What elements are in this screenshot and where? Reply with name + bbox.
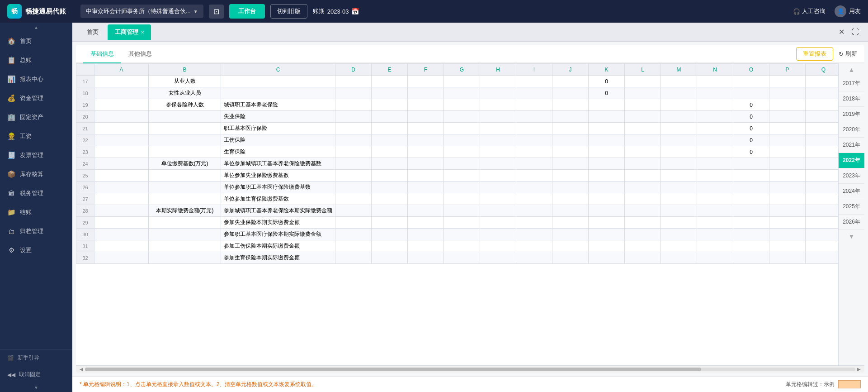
cell-p[interactable]: [769, 158, 806, 170]
cell-g[interactable]: [444, 170, 480, 182]
cell-f[interactable]: [408, 252, 444, 264]
sidebar-item-salary[interactable]: 👷 工资: [0, 127, 72, 146]
user-area[interactable]: 👤 用友: [835, 5, 861, 17]
cell-n[interactable]: [697, 193, 733, 205]
cell-n[interactable]: [697, 146, 733, 158]
cell-g[interactable]: [444, 252, 480, 264]
cell-i[interactable]: [516, 193, 552, 205]
cell-l[interactable]: [625, 229, 661, 240]
cell-a[interactable]: [94, 217, 149, 229]
cell-d[interactable]: [335, 76, 372, 87]
tab-maximize-button[interactable]: ⛶: [850, 26, 861, 38]
cell-h[interactable]: [480, 182, 516, 193]
cell-e[interactable]: [372, 76, 408, 87]
cell-e[interactable]: [372, 170, 408, 182]
spreadsheet-main[interactable]: A B C D E F G H I J K L: [76, 63, 838, 365]
cell-q[interactable]: [806, 158, 839, 170]
cell-q[interactable]: [806, 193, 839, 205]
cell-f[interactable]: [408, 193, 444, 205]
cell-q[interactable]: [806, 76, 839, 87]
cell-k[interactable]: [589, 205, 625, 217]
cell-m[interactable]: [661, 182, 697, 193]
sidebar-item-tax[interactable]: 🏛 税务管理: [0, 184, 72, 203]
tab-home[interactable]: 首页: [80, 24, 106, 40]
cell-i[interactable]: [516, 76, 552, 87]
cell-a[interactable]: [94, 87, 149, 99]
cell-f[interactable]: [408, 76, 444, 87]
cell-j[interactable]: [552, 170, 589, 182]
sub-tab-basic[interactable]: 基础信息: [83, 45, 121, 63]
cell-p[interactable]: [769, 87, 806, 99]
cell-q[interactable]: [806, 146, 839, 158]
cell-e[interactable]: [372, 193, 408, 205]
cell-a[interactable]: [94, 252, 149, 264]
cell-d[interactable]: [335, 146, 372, 158]
year-item-2025年[interactable]: 2025年: [839, 199, 864, 215]
cell-b[interactable]: [149, 182, 221, 193]
cell-d[interactable]: [335, 252, 372, 264]
cell-d[interactable]: [335, 182, 372, 193]
sidebar-item-settings[interactable]: ⚙ 设置: [0, 241, 72, 260]
cell-o[interactable]: [733, 193, 769, 205]
refresh-button[interactable]: ↻ 刷新: [839, 50, 857, 58]
sidebar-item-home[interactable]: 🏠 首页: [0, 32, 72, 51]
cell-k[interactable]: 0: [589, 76, 625, 87]
cell-b[interactable]: [149, 229, 221, 240]
cell-m[interactable]: [661, 123, 697, 134]
cell-g[interactable]: [444, 229, 480, 240]
sidebar-item-closing[interactable]: 📁 结账: [0, 203, 72, 222]
cell-a[interactable]: [94, 240, 149, 252]
cell-i[interactable]: [516, 182, 552, 193]
sub-tab-other[interactable]: 其他信息: [121, 45, 159, 63]
cell-p[interactable]: [769, 193, 806, 205]
cell-c[interactable]: 工伤保险: [221, 134, 335, 146]
cell-g[interactable]: [444, 240, 480, 252]
cell-b[interactable]: [149, 111, 221, 123]
cell-e[interactable]: [372, 134, 408, 146]
year-item-2018年[interactable]: 2018年: [839, 91, 864, 107]
reset-report-button[interactable]: 重置报表: [796, 47, 833, 61]
cell-g[interactable]: [444, 76, 480, 87]
cell-b[interactable]: [149, 193, 221, 205]
cell-h[interactable]: [480, 146, 516, 158]
cell-h[interactable]: [480, 99, 516, 111]
cell-g[interactable]: [444, 123, 480, 134]
cell-p[interactable]: [769, 134, 806, 146]
cell-d[interactable]: [335, 99, 372, 111]
cell-e[interactable]: [372, 99, 408, 111]
cell-h[interactable]: [480, 158, 516, 170]
cell-g[interactable]: [444, 111, 480, 123]
cell-n[interactable]: [697, 87, 733, 99]
cell-a[interactable]: [94, 111, 149, 123]
cell-p[interactable]: [769, 205, 806, 217]
cell-b[interactable]: 参保各险种人数: [149, 99, 221, 111]
cell-e[interactable]: [372, 240, 408, 252]
cell-n[interactable]: [697, 134, 733, 146]
cell-i[interactable]: [516, 111, 552, 123]
cell-k[interactable]: [589, 217, 625, 229]
company-selector[interactable]: 中审众环会计师事务所（特殊普通合伙... ▼: [80, 5, 203, 18]
cell-q[interactable]: [806, 205, 839, 217]
cell-b[interactable]: 本期实际缴费金额(万元): [149, 205, 221, 217]
cell-h[interactable]: [480, 193, 516, 205]
cell-m[interactable]: [661, 217, 697, 229]
cell-o[interactable]: [733, 217, 769, 229]
cell-c[interactable]: 参加生育保险本期实际缴费金额: [221, 252, 335, 264]
year-item-2026年[interactable]: 2026年: [839, 215, 864, 230]
cell-e[interactable]: [372, 182, 408, 193]
cell-n[interactable]: [697, 170, 733, 182]
cell-g[interactable]: [444, 87, 480, 99]
sidebar-scroll-down[interactable]: ▼: [0, 383, 72, 392]
calendar-icon[interactable]: 📅: [351, 8, 359, 15]
cell-d[interactable]: [335, 193, 372, 205]
cell-p[interactable]: [769, 229, 806, 240]
cell-n[interactable]: [697, 111, 733, 123]
cell-n[interactable]: [697, 229, 733, 240]
cell-n[interactable]: [697, 205, 733, 217]
cell-e[interactable]: [372, 87, 408, 99]
h-scroll-right[interactable]: ▶: [855, 367, 863, 372]
cell-o[interactable]: [733, 87, 769, 99]
cell-q[interactable]: [806, 170, 839, 182]
cell-p[interactable]: [769, 217, 806, 229]
cell-m[interactable]: [661, 87, 697, 99]
